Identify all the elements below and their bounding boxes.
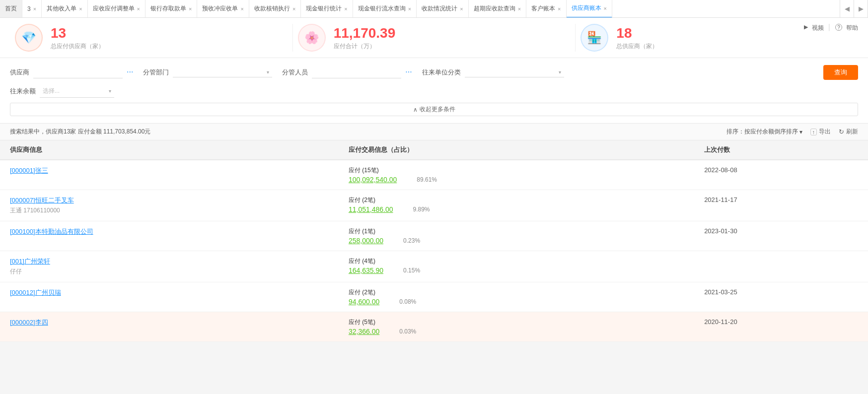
col-tx-info: 应付交易信息（占比） (339, 140, 694, 160)
refresh-button[interactable]: ↻ 刷新 (839, 128, 858, 136)
supplier-input[interactable] (33, 66, 123, 78)
export-label: 导出 (819, 128, 831, 136)
card-icon-total-ap-suppliers: 💎 (15, 24, 43, 52)
tab-close-tab3[interactable]: × (33, 6, 36, 12)
amount-link-row-000012[interactable]: 94,600.00 (349, 298, 379, 306)
right-actions: 排序：按应付余额倒序排序 ▾ ↑ 导出 ↻ 刷新 (726, 128, 859, 136)
card-value-total-suppliers: 18 (616, 25, 658, 42)
category-select[interactable]: ▾ (465, 67, 564, 77)
person-more-icon[interactable]: ··· (405, 68, 412, 76)
tab-close-customer-account[interactable]: × (558, 6, 561, 12)
nav-tab-cash-flow[interactable]: 现金银行流水查询× (353, 0, 417, 18)
tx-count-row-000002: 应付 (5笔) (349, 318, 684, 327)
tab-label: 现金银行流水查询 (358, 4, 406, 13)
results-bar: 搜索结果中，供应商13家 应付金额 111,703,854.00元 排序：按应付… (0, 124, 868, 140)
tab-label: 3 (27, 5, 31, 12)
data-table-container: 供应商信息 应付交易信息（占比） 上次付数 [000001]张三 应付 (15笔… (0, 140, 868, 342)
payment-date-row-000012: 2021-03-25 (704, 288, 737, 296)
summary-card-total-ap-amount: 🌸 11,170.39 应付合计（万） (293, 24, 576, 52)
export-button[interactable]: ↑ 导出 (810, 128, 831, 136)
cell-payment-row-000001: 2022-08-08 (694, 160, 868, 190)
tab-close-receipt-execute[interactable]: × (292, 6, 295, 12)
cell-supplier-row-000007: [000007]恒旺二手叉车 王通 17106110000 (0, 190, 339, 221)
collapse-icon: ∧ (413, 106, 418, 113)
nav-tab-cash-bank-stat[interactable]: 现金银行统计× (301, 0, 353, 18)
nav-tab-overdue-query[interactable]: 超期应收款查询× (469, 0, 526, 18)
cell-supplier-row-000012: [000012]广州贝瑞 (0, 282, 339, 312)
data-table: 供应商信息 应付交易信息（占比） 上次付数 [000001]张三 应付 (15笔… (0, 140, 868, 342)
summary-bar: 💎 13 总应付供应商（家） 🌸 11,170.39 应付合计（万） 🏪 18 … (0, 18, 868, 58)
tab-label: 应收应付调整单 (93, 4, 135, 13)
amount-link-row-001[interactable]: 164,635.90 (349, 266, 383, 274)
supplier-link-row-001[interactable]: [001]广州荣轩 (10, 258, 50, 265)
supplier-link-row-000007[interactable]: [000007]恒旺二手叉车 (10, 197, 74, 204)
category-filter: 往来单位分类 ▾ (422, 67, 564, 77)
nav-tab-customer-account[interactable]: 客户账本× (526, 0, 566, 18)
dept-filter: 分管部门 ▾ (143, 67, 272, 77)
sort-select[interactable]: 排序：按应付余额倒序排序 ▾ (726, 128, 802, 136)
cell-tx-row-000002: 应付 (5笔) 32,366.00 0.03% (339, 312, 694, 342)
tab-close-cash-flow[interactable]: × (408, 6, 411, 12)
tab-close-receipt-stat[interactable]: × (460, 6, 463, 12)
help-icon: ? (835, 24, 842, 31)
tab-close-advance-reconcile[interactable]: × (240, 6, 243, 12)
tab-close-supplier-account[interactable]: × (604, 5, 607, 11)
tx-count-row-000012: 应付 (2笔) (349, 288, 684, 297)
category-label: 往来单位分类 (422, 68, 461, 77)
nav-tab-supplier-account[interactable]: 供应商账本× (567, 0, 612, 18)
sort-chevron-icon: ▾ (799, 129, 802, 135)
tab-close-bank-deposit[interactable]: × (189, 6, 192, 12)
tab-close-overdue-query[interactable]: × (518, 6, 521, 12)
percent-row-000007: 9.89% (413, 206, 430, 213)
query-button[interactable]: 查询 (823, 65, 858, 80)
nav-tab-tab3[interactable]: 3× (22, 0, 42, 18)
nav-tab-receipt-stat[interactable]: 收款情况统计× (417, 0, 468, 18)
collapse-button[interactable]: ∧ 收起更多条件 (10, 103, 858, 116)
supplier-link-row-000001[interactable]: [000001]张三 (10, 167, 48, 174)
amount-link-row-000100[interactable]: 258,000.00 (349, 237, 383, 245)
supplier-more-icon[interactable]: ··· (127, 68, 133, 76)
nav-tab-ap-adjust[interactable]: 应收应付调整单× (88, 0, 145, 18)
tab-close-ap-adjust[interactable]: × (137, 6, 140, 12)
summary-links: ▶ 视频 │ ? 帮助 (804, 24, 859, 32)
supplier-link-row-000012[interactable]: [000012]广州贝瑞 (10, 289, 61, 296)
supplier-link-row-000002[interactable]: [000002]李四 (10, 319, 48, 326)
help-link[interactable]: 帮助 (846, 24, 858, 32)
balance-select[interactable]: 选择... ▾ (40, 85, 114, 98)
amount-link-row-000002[interactable]: 32,366.00 (349, 328, 379, 335)
nav-tab-advance-reconcile[interactable]: 预收冲应收单× (197, 0, 249, 18)
tab-label: 超期应收款查询 (474, 4, 515, 13)
tx-count-row-001: 应付 (4笔) (349, 257, 684, 265)
nav-arrows: ◀ ▶ (840, 0, 868, 18)
payment-date-row-000007: 2021-11-17 (704, 196, 737, 203)
nav-tab-home[interactable]: 首页 (0, 0, 22, 18)
nav-arrow-right[interactable]: ▶ (854, 0, 868, 18)
cell-tx-row-000001: 应付 (15笔) 100,092,540.00 89.61% (339, 160, 694, 190)
nav-tab-receipt-execute[interactable]: 收款核销执行× (249, 0, 301, 18)
tab-label: 预收冲应收单 (202, 4, 238, 13)
person-input[interactable] (312, 66, 401, 78)
supplier-link-row-000100[interactable]: [000100]本特勤油品有限公司 (10, 228, 93, 235)
cell-supplier-row-001: [001]广州荣轩 仔仔 (0, 251, 339, 282)
amount-link-row-000007[interactable]: 11,051,486.00 (349, 205, 393, 213)
percent-row-000100: 0.23% (403, 237, 420, 244)
cell-payment-row-000100: 2023-01-30 (694, 221, 868, 251)
sort-label: 排序：按应付余额倒序排序 (726, 128, 798, 136)
percent-row-001: 0.15% (403, 267, 420, 274)
cell-tx-row-000100: 应付 (1笔) 258,000.00 0.23% (339, 221, 694, 251)
video-link[interactable]: 视频 (812, 24, 824, 32)
nav-tab-bank-deposit[interactable]: 银行存取款单× (145, 0, 197, 18)
percent-row-000002: 0.03% (399, 328, 416, 335)
tab-close-other-income[interactable]: × (79, 6, 82, 12)
dept-select[interactable]: ▾ (173, 67, 272, 77)
amount-link-row-000001[interactable]: 100,092,540.00 (349, 176, 397, 184)
payment-date-row-000001: 2022-08-08 (704, 166, 737, 174)
tab-label: 客户账本 (531, 4, 555, 13)
tab-label: 供应商账本 (572, 4, 601, 12)
nav-tab-other-income[interactable]: 其他收入单× (42, 0, 87, 18)
tab-close-cash-bank-stat[interactable]: × (344, 6, 347, 12)
tab-label: 收款核销执行 (254, 4, 290, 13)
nav-arrow-left[interactable]: ◀ (840, 0, 854, 18)
balance-label: 往来余额 (10, 87, 36, 96)
cell-supplier-row-000001: [000001]张三 (0, 160, 339, 190)
